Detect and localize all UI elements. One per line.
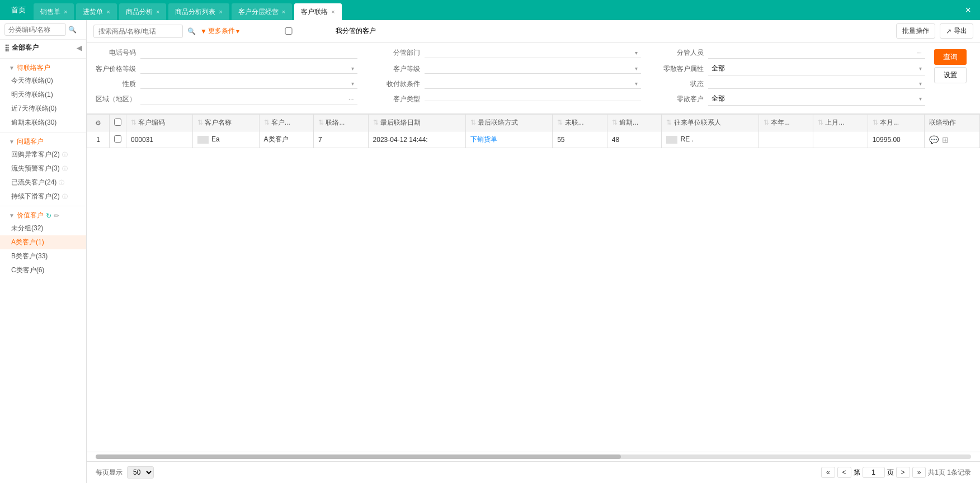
adv-filter-scatter-select[interactable]: 全部 ▾ [708,92,925,106]
th-customer-type: ⇅ 客户... [259,115,314,131]
filter-more-conditions[interactable]: ▼ 更多条件 ▾ [200,26,239,36]
gear-icon[interactable]: ⚙ [95,119,101,127]
tab-purchase-order-close[interactable]: × [106,8,110,15]
adv-filter-person-label: 分管人员 [663,48,708,58]
sidebar-item-class-a[interactable]: A类客户(1) [0,235,86,249]
tab-customer-contact-close[interactable]: × [331,8,334,15]
adv-filter-status-select[interactable]: ▾ [708,79,925,89]
sidebar-item-tomorrow-label: 明天待联络(1) [11,90,53,100]
adv-filter-nature-label: 性质 [96,79,140,89]
sidebar-group-value-refresh[interactable]: ↻ [46,212,51,220]
adv-filter-customer-level-select[interactable]: ▾ [425,64,642,74]
row-checkbox[interactable] [114,135,121,143]
row-chat-icon[interactable]: 💬 [929,135,939,144]
sidebar-search-input[interactable] [4,23,66,36]
sidebar-item-overdue[interactable]: 逾期未联络(30) [0,116,86,130]
adv-filter-person-select[interactable]: ··· [708,47,925,59]
scroll-bar-thumb[interactable] [96,454,621,459]
page-last-button[interactable]: » [912,467,926,478]
page-prev-button[interactable]: < [837,467,851,478]
th-not-contacted: ⇅ 未联... [553,115,607,131]
th-sort-icon-overdue: ⇅ [612,119,618,126]
adv-filter-scatter-attr: 零散客户属性 全部 ▾ [663,62,925,75]
adv-filter-scatter-attr-select[interactable]: 全部 ▾ [708,62,925,75]
sidebar-item-tomorrow[interactable]: 明天待联络(1) [0,88,86,102]
adv-filter-scatter-arrow: ▾ [919,96,922,102]
sidebar-item-ungrouped[interactable]: 未分组(32) [0,221,86,235]
sidebar-item-class-b[interactable]: B类客户(33) [0,249,86,263]
per-page-label: 每页显示 [96,468,123,477]
pagination: 每页显示 50 « < 第 页 > » 共1页 1条记录 [87,461,980,483]
my-customers-checkbox[interactable]: 我分管的客户 [244,26,376,36]
sidebar-group-value-edit[interactable]: ✏ [54,212,59,220]
scroll-bar-container[interactable] [96,454,971,459]
sidebar-item-ungrouped-label: 未分组(32) [11,224,43,233]
tab-product-analysis-list-close[interactable]: × [219,8,222,15]
close-window-icon[interactable]: × [960,4,976,16]
page-number-input[interactable] [863,467,885,478]
th-customer-name-label: 客户名称 [205,119,232,126]
adv-filter-dept-select[interactable]: ▾ [425,48,642,58]
per-page-select[interactable]: 50 [127,466,154,479]
sidebar-search-icon[interactable]: 🔍 [68,26,77,34]
query-button[interactable]: 查询 [934,49,967,65]
export-button[interactable]: ↗ 导出 [940,23,973,39]
tab-customer-segment[interactable]: 客户分层经营 × [232,3,292,20]
sidebar-group-problem[interactable]: ▼ 问题客户 [0,135,86,148]
tab-sales-order[interactable]: 销售单 × [34,3,74,20]
adv-filter-region-select[interactable]: ··· [140,93,357,105]
page-first-button[interactable]: « [821,467,835,478]
th-last-month: ⇅ 上月... [813,115,868,131]
adv-filter-payment-select[interactable]: ▾ [425,79,642,89]
sidebar-item-churn-warning[interactable]: 流失预警客户(3) ⓘ [0,162,86,176]
sidebar-item-class-c[interactable]: C类客户(6) [0,263,86,277]
tab-product-analysis-list[interactable]: 商品分析列表 × [168,3,229,20]
sidebar-item-declining[interactable]: 持续下滑客户(2) ⓘ [0,190,86,203]
sidebar-item-churned-label: 已流失客户(24) [11,178,56,187]
sidebar-all-customers[interactable]: ⣿ 全部客户 ◀ [0,40,86,56]
th-sort-icon-method: ⇅ [470,119,476,126]
sidebar-item-repurchase-abnormal[interactable]: 回购异常客户(2) ⓘ [0,148,86,162]
sidebar-item-churn-warning-label: 流失预警客户(3) [11,164,60,173]
adv-filter-customer-type-input[interactable] [425,97,642,101]
tab-purchase-order[interactable]: 进货单 × [76,3,116,20]
nav-home[interactable]: 首页 [4,5,32,15]
table-row: 1 000031 Ea A类客户 7 2023-04-12 14:44: [87,131,980,148]
select-all-checkbox[interactable] [114,119,121,126]
adv-filter-price-level-select[interactable]: ▾ [140,64,357,74]
batch-operation-button[interactable]: 批量操作 [896,23,935,39]
row-contact-person-name: RE . [681,135,694,143]
search-input[interactable] [93,25,183,38]
row-contact-method-link[interactable]: 下销货单 [470,135,497,143]
row-actions-cell: 💬 ⊞ [925,131,980,148]
settings-button[interactable]: 设置 [934,67,967,83]
main-layout: 🔍 ⣿ 全部客户 ◀ ▼ 待联络客户 今天待联络(0) 明天待联络(1) 近7天… [0,20,980,483]
adv-filter-nature-select[interactable]: ▾ [140,79,357,89]
filter-search-icon[interactable]: 🔍 [187,27,196,35]
th-actions-label: 联络动作 [929,119,956,126]
sidebar-item-7days[interactable]: 近7天待联络(0) [0,102,86,116]
my-customers-check[interactable] [244,27,333,35]
tab-sales-order-close[interactable]: × [64,8,67,15]
adv-filter-phone-input[interactable] [140,47,357,59]
horizontal-scroll[interactable] [87,452,980,461]
th-not-contacted-label: 未联... [565,119,584,126]
tab-product-analysis-close[interactable]: × [156,8,159,15]
sidebar-item-today-label: 今天待联络(0) [11,76,53,86]
row-qrcode-icon[interactable]: ⊞ [942,135,949,144]
tab-customer-contact[interactable]: 客户联络 × [294,3,341,20]
sidebar-group-problem-label: 问题客户 [17,137,44,146]
sidebar-group-pending[interactable]: ▼ 待联络客户 [0,61,86,74]
sidebar-item-today[interactable]: 今天待联络(0) [0,74,86,88]
adv-filter-scatter-attr-arrow: ▾ [919,65,922,72]
tab-customer-segment-close[interactable]: × [282,8,285,15]
sidebar-group-value[interactable]: ▼ 价值客户 ↻ ✏ [0,209,86,221]
sidebar-item-churned[interactable]: 已流失客户(24) ⓘ [0,176,86,190]
th-current-year-label: 本年... [771,119,790,126]
row-code: 000031 [126,131,193,148]
page-next-button[interactable]: > [896,467,910,478]
tab-product-analysis[interactable]: 商品分析 × [119,3,166,20]
th-gear: ⚙ [87,115,110,131]
sidebar-group-pending-arrow: ▼ [9,65,15,71]
row-contact-person: RE . [662,131,758,148]
